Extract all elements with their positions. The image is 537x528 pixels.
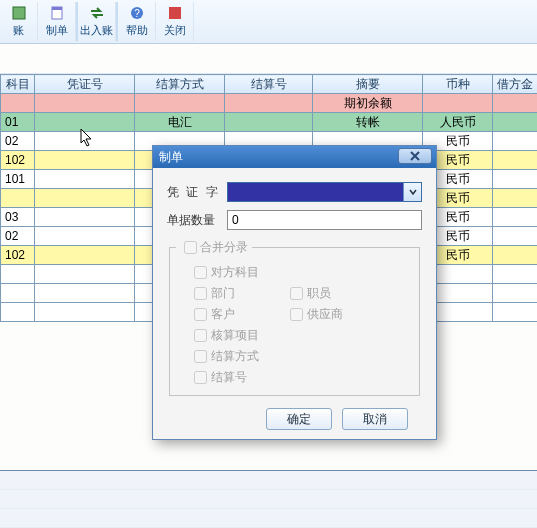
voucher-word-combo[interactable]: [227, 182, 422, 202]
table-cell: 期初余额: [313, 94, 423, 113]
chk-dept[interactable]: 部门: [190, 284, 286, 303]
toolbar-label: 出入账: [80, 23, 113, 38]
close-icon: [167, 5, 183, 21]
table-cell: [35, 246, 135, 265]
table-cell: 02: [1, 132, 35, 151]
dialog-titlebar[interactable]: 制单: [153, 146, 436, 168]
toolbar-btn-inout[interactable]: 出入账: [78, 2, 116, 41]
chk-customer[interactable]: 客户: [190, 305, 286, 324]
voucher-word-label: 凭 证 字: [167, 184, 227, 201]
table-cell: [493, 303, 538, 322]
table-cell: [493, 284, 538, 303]
table-cell: [35, 189, 135, 208]
table-cell: 电汇: [135, 113, 225, 132]
table-cell: 102: [1, 246, 35, 265]
table-header-row: 科目 凭证号 结算方式 结算号 摘要 币种 借方金: [1, 75, 538, 94]
table-cell: 102: [1, 151, 35, 170]
table-row-opening[interactable]: 期初余额: [1, 94, 538, 113]
toolbar-label: 关闭: [164, 23, 186, 38]
th-summary[interactable]: 摘要: [313, 75, 423, 94]
th-debit[interactable]: 借方金: [493, 75, 538, 94]
ok-button[interactable]: 确定: [266, 408, 332, 430]
table-cell: [35, 151, 135, 170]
chk-acct-item[interactable]: 核算项目: [190, 326, 286, 345]
toolbar-label: 账: [13, 23, 24, 38]
table-cell: 03: [1, 208, 35, 227]
table-cell: 人民币: [423, 113, 493, 132]
table-cell: [493, 227, 538, 246]
chevron-down-icon[interactable]: [403, 183, 421, 201]
toolbar-btn-account[interactable]: 账: [0, 2, 38, 41]
merge-group: 合并分录 对方科目 部门 职员 客户 供应商 核算项目 结算方式 结算号: [169, 238, 420, 396]
help-icon: ?: [129, 5, 145, 21]
table-cell: [35, 132, 135, 151]
status-strip: [0, 470, 537, 528]
chk-settle-no[interactable]: 结算号: [190, 368, 286, 387]
dialog-title-text: 制单: [159, 149, 183, 166]
merge-enable-checkbox[interactable]: [184, 241, 197, 254]
table-cell: 101: [1, 170, 35, 189]
table-cell: [35, 170, 135, 189]
chk-supplier[interactable]: 供应商: [286, 305, 382, 324]
doc-count-label: 单据数量: [167, 212, 227, 229]
make-voucher-dialog: 制单 凭 证 字 单据数量 合并分录 对方科目: [152, 145, 437, 440]
table-cell: [493, 189, 538, 208]
table-cell: [493, 94, 538, 113]
dialog-body: 凭 证 字 单据数量 合并分录 对方科目 部门 职员: [153, 168, 436, 438]
dialog-close-button[interactable]: [398, 148, 432, 164]
table-cell: [493, 170, 538, 189]
svg-rect-5: [169, 7, 181, 19]
toolbar-btn-close[interactable]: 关闭: [156, 2, 194, 41]
table-cell: [35, 284, 135, 303]
svg-rect-2: [52, 7, 62, 10]
table-cell: [493, 208, 538, 227]
table-cell: [35, 94, 135, 113]
table-cell: [35, 227, 135, 246]
cancel-button[interactable]: 取消: [342, 408, 408, 430]
toolbar-label: 帮助: [126, 23, 148, 38]
th-settle-mode[interactable]: 结算方式: [135, 75, 225, 94]
toolbar-btn-help[interactable]: ? 帮助: [118, 2, 156, 41]
table-cell: [493, 132, 538, 151]
table-cell: [493, 151, 538, 170]
table-cell: [1, 284, 35, 303]
table-cell: [1, 303, 35, 322]
chk-opp-subject[interactable]: 对方科目: [190, 263, 286, 282]
table-cell: [1, 189, 35, 208]
toolbar: 账 制单 出入账 ? 帮助 关闭: [0, 0, 537, 44]
table-cell: [35, 208, 135, 227]
table-cell: [493, 246, 538, 265]
table-cell: [1, 94, 35, 113]
th-voucher-no[interactable]: 凭证号: [35, 75, 135, 94]
book-icon: [11, 5, 27, 21]
table-cell: [35, 303, 135, 322]
table-cell: [35, 265, 135, 284]
table-cell: [493, 113, 538, 132]
table-cell: [225, 113, 313, 132]
table-cell: 02: [1, 227, 35, 246]
table-cell: 01: [1, 113, 35, 132]
table-cell: [225, 94, 313, 113]
th-settle-no[interactable]: 结算号: [225, 75, 313, 94]
content-gap: [0, 44, 537, 74]
svg-rect-0: [13, 7, 25, 19]
table-cell: [1, 265, 35, 284]
chk-staff[interactable]: 职员: [286, 284, 382, 303]
svg-text:?: ?: [134, 8, 140, 19]
close-x-icon: [409, 151, 421, 161]
transfer-icon: [89, 5, 105, 21]
table-cell: 转帐: [313, 113, 423, 132]
merge-group-label: 合并分录: [200, 239, 248, 256]
toolbar-label: 制单: [46, 23, 68, 38]
table-cell: [423, 94, 493, 113]
th-subject[interactable]: 科目: [1, 75, 35, 94]
th-currency[interactable]: 币种: [423, 75, 493, 94]
doc-icon: [49, 5, 65, 21]
table-row[interactable]: 01电汇转帐人民币: [1, 113, 538, 132]
table-cell: [35, 113, 135, 132]
chk-settle-mode[interactable]: 结算方式: [190, 347, 286, 366]
doc-count-input[interactable]: [227, 210, 422, 230]
toolbar-btn-make[interactable]: 制单: [38, 2, 76, 41]
table-cell: [135, 94, 225, 113]
table-cell: [493, 265, 538, 284]
